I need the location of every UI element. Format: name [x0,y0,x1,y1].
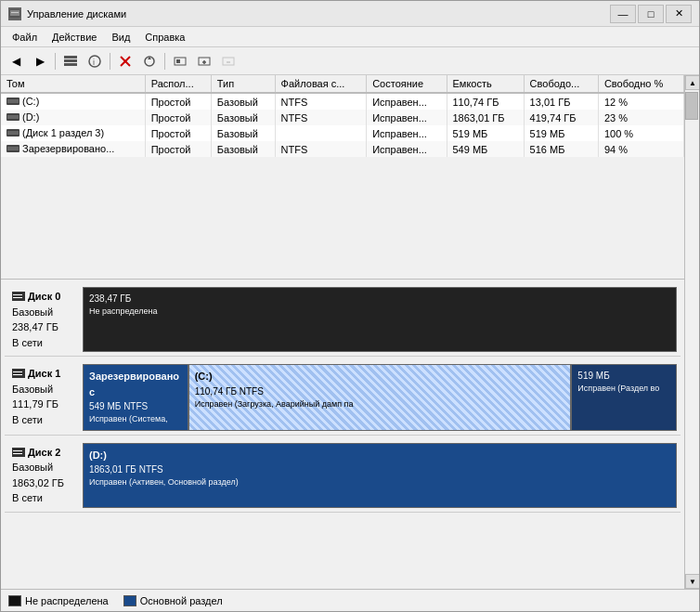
cell-type: Базовый [211,125,275,141]
partition-title: (D:) [89,448,670,463]
close-button[interactable]: ✕ [666,5,692,23]
cell-location: Простой [145,93,211,110]
forward-button[interactable]: ▶ [29,50,51,72]
detach-vhd-button[interactable] [217,50,240,72]
disk-label-disk0: Диск 0 Базовый 238,47 ГБ В сети [5,283,79,356]
back-button[interactable]: ◀ [5,50,27,72]
menu-help[interactable]: Справка [137,30,192,45]
disk-label-name-disk0: Диск 0 [12,289,71,305]
disk-partitions-disk2: (D:) 1863,01 ГБ NTFS Исправен (Активен, … [79,439,681,512]
partition-desc2: Исправен (Раздел во [577,383,670,396]
cell-free: 13,01 ГБ [524,93,598,110]
legend-item: Основной раздел [123,595,223,606]
partition-desc2: Не распределена [89,306,670,319]
content-area: Том Распол... Тип Файловая с... Состояни… [1,75,699,611]
disk-block-disk2: Диск 2 Базовый 1863,02 ГБ В сети (D:) 18… [5,439,681,513]
disk-drive-icon [12,369,25,378]
legend-label: Основной раздел [140,595,223,606]
attach-vhd-button[interactable] [193,50,215,72]
table-row[interactable]: (D:) Простой Базовый NTFS Исправен... 18… [1,110,684,125]
cell-name: Зарезервировано... [1,141,145,157]
toolbar: ◀ ▶ i [1,47,699,75]
refresh-button[interactable] [138,50,161,72]
partition-desc2: Исправен (Система, [89,413,182,426]
title-bar: Управление дисками — □ ✕ [1,1,699,27]
cell-type: Базовый [211,93,275,110]
disk-drive-icon [12,292,25,301]
partition-disk1-1[interactable]: (C:) 110,74 ГБ NTFS Исправен (Загрузка, … [188,364,572,431]
svg-rect-4 [64,59,77,62]
partition-desc2: Исправен (Активен, Основной раздел) [89,476,670,489]
table-row[interactable]: (C:) Простой Базовый NTFS Исправен... 11… [1,93,684,110]
partition-disk1-0[interactable]: Зарезервировано с 549 МБ NTFS Исправен (… [83,364,188,431]
partition-title: (C:) [195,369,565,384]
cell-free: 516 МБ [524,141,598,157]
partition-disk0-0[interactable]: 238,47 ГБ Не распределена [83,287,677,352]
menu-view[interactable]: Вид [104,30,137,45]
menu-bar: Файл Действие Вид Справка [1,27,699,47]
svg-rect-27 [6,145,19,152]
menu-action[interactable]: Действие [45,30,104,45]
disk-partitions-disk0: 238,47 ГБ Не распределена [79,283,681,356]
col-header-free[interactable]: Свободо... [524,75,598,93]
table-row[interactable]: (Диск 1 раздел 3) Простой Базовый Исправ… [1,125,684,141]
col-header-volume[interactable]: Том [1,75,145,93]
disk-type-disk1: Базовый [12,382,71,397]
partition-disk2-0[interactable]: (D:) 1863,01 ГБ NTFS Исправен (Активен, … [83,443,677,508]
col-header-type[interactable]: Тип [211,75,275,93]
disk-label-name-disk1: Диск 1 [12,366,71,382]
disk-block-disk0: Диск 0 Базовый 238,47 ГБ В сети 238,47 Г… [5,283,681,357]
legend-bar: Не распределена Основной раздел [1,589,699,611]
svg-rect-3 [64,56,77,59]
delete-button[interactable] [114,50,136,72]
disk-drive-icon [12,448,25,457]
properties-button[interactable]: i [84,50,106,72]
cell-fs: NTFS [275,110,367,125]
main-window: Управление дисками — □ ✕ Файл Действие В… [0,0,700,612]
partition-desc1: 519 МБ [577,369,670,383]
col-header-free-pct[interactable]: Свободно % [598,75,683,93]
legend-color-box [8,595,21,606]
show-list-button[interactable] [59,50,82,72]
cell-fs: NTFS [275,141,367,157]
partition-disk1-2[interactable]: 519 МБ Исправен (Раздел во [571,364,677,431]
col-header-capacity[interactable]: Емкость [447,75,524,93]
cell-free-pct: 94 % [598,141,683,157]
scrollbar-right[interactable]: ▲ ▼ [684,75,699,589]
col-header-status[interactable]: Состояние [367,75,447,93]
create-vhd-button[interactable] [169,50,191,72]
scroll-up-arrow[interactable]: ▲ [685,75,699,90]
volumes-table: Том Распол... Тип Файловая с... Состояни… [1,75,684,157]
cell-free: 519 МБ [524,125,598,141]
disk-type-disk2: Базовый [12,460,71,475]
svg-text:i: i [93,58,95,67]
cell-status: Исправен... [367,93,447,110]
svg-rect-21 [6,113,19,121]
scroll-down-arrow[interactable]: ▼ [685,574,699,589]
partition-title: Зарезервировано с [89,369,182,399]
col-header-location[interactable]: Распол... [145,75,211,93]
minimize-button[interactable]: — [610,5,636,23]
main-body: Том Распол... Тип Файловая с... Состояни… [1,75,699,589]
table-row[interactable]: Зарезервировано... Простой Базовый NTFS … [1,141,684,157]
volumes-table-section: Том Распол... Тип Файловая с... Состояни… [1,75,684,280]
disk-status-disk0: В сети [12,335,71,351]
scroll-thumb[interactable] [685,92,698,120]
disk-size-disk1: 111,79 ГБ [12,397,71,412]
cell-free-pct: 23 % [598,110,683,125]
cell-fs: NTFS [275,93,367,110]
toolbar-sep-1 [55,53,56,70]
partition-desc1: 110,74 ГБ NTFS [195,384,565,398]
disk-label-disk1: Диск 1 Базовый 111,79 ГБ В сети [5,360,79,435]
disk-label-name-disk2: Диск 2 [12,445,71,461]
col-header-fs[interactable]: Файловая с... [275,75,367,93]
disk-status-disk2: В сети [12,490,71,506]
cell-location: Простой [145,110,211,125]
legend-item: Не распределена [8,595,109,606]
menu-file[interactable]: Файл [5,30,45,45]
svg-rect-12 [176,59,180,63]
scroll-track[interactable] [685,90,699,574]
maximize-button[interactable]: □ [638,5,664,23]
disk-partitions-disk1: Зарезервировано с 549 МБ NTFS Исправен (… [79,360,681,435]
cell-type: Базовый [211,141,275,157]
